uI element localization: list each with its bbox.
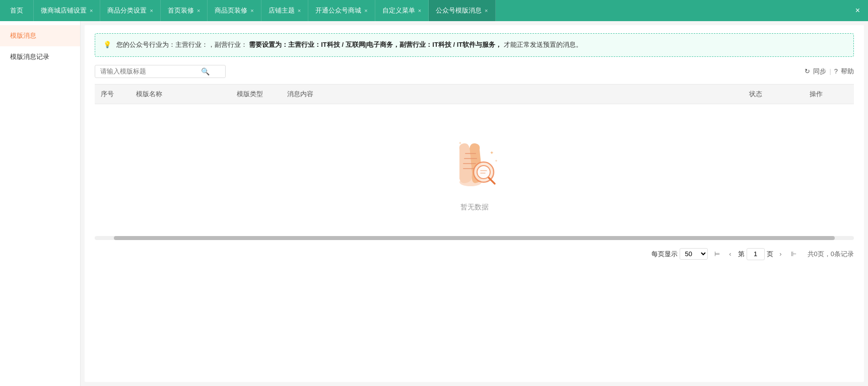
empty-state-text: 暂无数据 <box>460 203 489 212</box>
total-text: 共0页，0条记录 <box>808 250 854 259</box>
nav-tab-home[interactable]: 首页 <box>0 0 34 21</box>
empty-state-row: ✦ ✦ ✦ 暂无数据 <box>95 104 854 232</box>
nav-tab-theme[interactable]: 店铺主题 × <box>261 0 308 21</box>
help-icon: ? <box>834 67 838 75</box>
nav-tab-product-decor-label: 商品页装修 <box>215 6 247 15</box>
nav-tab-template-msg-label: 公众号模版消息 <box>436 6 482 15</box>
nav-tab-category-label: 商品分类设置 <box>107 6 147 15</box>
nav-tab-shop-settings-close[interactable]: × <box>90 8 93 14</box>
nav-tab-template-msg-close[interactable]: × <box>485 8 488 14</box>
nav-tab-home-decor-label: 首页装修 <box>168 6 194 15</box>
nav-tab-product-decor-close[interactable]: × <box>250 8 253 14</box>
search-input-wrapper: 🔍 <box>95 65 226 78</box>
top-navigation: 首页 微商城店铺设置 × 商品分类设置 × 首页装修 × 商品页装修 × 店铺主… <box>0 0 868 21</box>
horizontal-scrollbar[interactable] <box>95 236 854 240</box>
sync-label[interactable]: 同步 <box>813 67 826 76</box>
col-header-action: 操作 <box>804 84 854 104</box>
data-table: 序号 模版名称 模版类型 消息内容 状态 操作 <box>95 84 854 232</box>
sidebar: 模版消息 模版消息记录 <box>0 21 81 386</box>
current-page-input[interactable] <box>747 248 765 260</box>
col-header-name: 模版名称 <box>130 84 231 104</box>
svg-text:✦: ✦ <box>490 150 494 156</box>
toolbar-divider: | <box>829 67 831 75</box>
per-page-select: 每页显示 10 20 50 100 <box>651 248 708 260</box>
scroll-thumb[interactable] <box>114 236 835 240</box>
nav-tab-custom-menu-close[interactable]: × <box>418 8 421 14</box>
page-navigation: ⊨ ‹ 第 页 › ⊩ <box>712 248 799 260</box>
notice-bulb-icon: 💡 <box>103 41 111 48</box>
nav-tab-theme-close[interactable]: × <box>298 8 301 14</box>
col-header-content: 消息内容 <box>281 84 743 104</box>
pagination: 每页显示 10 20 50 100 ⊨ ‹ 第 页 › ⊩ 共0页，0条记录 <box>95 244 854 264</box>
sync-icon: ↻ <box>805 67 810 75</box>
empty-state: ✦ ✦ ✦ 暂无数据 <box>95 104 854 232</box>
sidebar-item-template-msg-record-label: 模版消息记录 <box>10 53 49 60</box>
col-header-index: 序号 <box>95 84 130 104</box>
nav-tab-shop-settings[interactable]: 微商城店铺设置 × <box>34 0 100 21</box>
sidebar-item-template-msg[interactable]: 模版消息 <box>0 25 80 46</box>
nav-tab-theme-label: 店铺主题 <box>269 6 295 15</box>
page-unit: 页 <box>767 250 773 259</box>
col-header-status: 状态 <box>743 84 804 104</box>
toolbar-right: ↻ 同步 | ? 帮助 <box>805 67 854 76</box>
notice-suffix-text: 才能正常发送预置的消息。 <box>504 41 582 48</box>
page-label: 第 <box>738 250 745 259</box>
last-page-button[interactable]: ⊩ <box>788 249 799 260</box>
nav-tab-template-msg[interactable]: 公众号模版消息 × <box>429 0 495 21</box>
help-label[interactable]: 帮助 <box>841 67 854 76</box>
notice-prefix-text: 您的公众号行业为：主营行业：，副营行业： <box>116 41 247 48</box>
nav-tab-custom-menu-label: 自定义菜单 <box>382 6 415 15</box>
close-all-button[interactable]: × <box>847 6 868 15</box>
nav-tab-open-mall[interactable]: 开通公众号商城 × <box>308 0 375 21</box>
nav-tab-custom-menu[interactable]: 自定义菜单 × <box>375 0 429 21</box>
svg-point-6 <box>477 166 490 179</box>
nav-tab-category[interactable]: 商品分类设置 × <box>100 0 160 21</box>
nav-tab-open-mall-label: 开通公众号商城 <box>315 6 361 15</box>
per-page-label: 每页显示 <box>651 250 678 259</box>
notice-highlight-text: 需要设置为：主营行业：IT科技 / 互联网|电子商务，副营行业：IT科技 / I… <box>249 41 502 48</box>
first-page-button[interactable]: ⊨ <box>712 249 723 260</box>
nav-tab-category-close[interactable]: × <box>150 8 153 14</box>
table-header-row: 序号 模版名称 模版类型 消息内容 状态 操作 <box>95 84 854 104</box>
nav-tab-open-mall-close[interactable]: × <box>364 8 367 14</box>
prev-page-button[interactable]: ‹ <box>725 249 736 260</box>
col-header-type: 模版类型 <box>231 84 281 104</box>
nav-tab-home-decor[interactable]: 首页装修 × <box>161 0 208 21</box>
main-layout: 模版消息 模版消息记录 💡 您的公众号行业为：主营行业：，副营行业： 需要设置为… <box>0 21 868 386</box>
empty-state-icon: ✦ ✦ ✦ <box>444 134 505 195</box>
nav-tab-home-decor-close[interactable]: × <box>197 8 200 14</box>
search-icon[interactable]: 🔍 <box>201 67 210 75</box>
search-bar: 🔍 ↻ 同步 | ? 帮助 <box>95 65 854 78</box>
sidebar-item-template-msg-label: 模版消息 <box>10 32 36 39</box>
search-input[interactable] <box>100 67 201 75</box>
notice-box: 💡 您的公众号行业为：主营行业：，副营行业： 需要设置为：主营行业：IT科技 /… <box>95 33 854 57</box>
sidebar-item-template-msg-record[interactable]: 模版消息记录 <box>0 46 80 67</box>
svg-text:✦: ✦ <box>495 159 498 163</box>
nav-tab-shop-settings-label: 微商城店铺设置 <box>41 6 87 15</box>
per-page-dropdown[interactable]: 10 20 50 100 <box>680 248 708 260</box>
content-area: 💡 您的公众号行业为：主营行业：，副营行业： 需要设置为：主营行业：IT科技 /… <box>85 25 864 382</box>
next-page-button[interactable]: › <box>775 249 786 260</box>
svg-text:✦: ✦ <box>458 141 462 145</box>
nav-tab-home-label: 首页 <box>10 6 23 15</box>
nav-tab-product-decor[interactable]: 商品页装修 × <box>208 0 261 21</box>
